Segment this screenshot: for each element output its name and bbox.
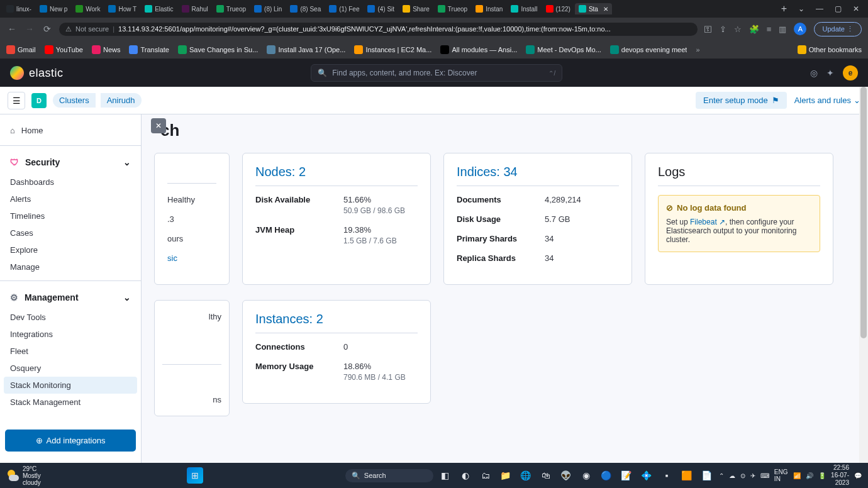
- start-button[interactable]: ⊞: [187, 467, 203, 484]
- key-icon[interactable]: ⚿: [704, 25, 712, 34]
- new-tab-button[interactable]: +: [777, 3, 791, 14]
- reload-icon[interactable]: ⟳: [42, 24, 53, 34]
- sidebar-item[interactable]: Timelines: [0, 208, 141, 225]
- close-flyout-button[interactable]: ✕: [151, 118, 166, 133]
- sidebar-item[interactable]: Stack Monitoring: [4, 377, 137, 394]
- sidebar-item[interactable]: Osquery: [0, 360, 141, 377]
- sidebar-item[interactable]: Integrations: [0, 326, 141, 343]
- elastic-search-input[interactable]: 🔍 Find apps, content, and more. Ex: Disc…: [311, 64, 562, 82]
- bookmark-item[interactable]: Gmail: [6, 45, 36, 54]
- store-icon[interactable]: 🛍: [538, 467, 554, 484]
- close-window-icon[interactable]: ✕: [853, 4, 859, 13]
- bookmark-item[interactable]: News: [92, 45, 121, 54]
- sidebar-item[interactable]: Manage: [0, 258, 141, 275]
- breadcrumb-clusters[interactable]: Clusters: [53, 93, 96, 108]
- volume-icon[interactable]: 🔊: [806, 472, 813, 479]
- sidebar-item[interactable]: Dashboards: [0, 174, 141, 191]
- browser-tab[interactable]: (8) Lin: [250, 3, 286, 14]
- alerts-dropdown[interactable]: Alerts and rules ⌄: [794, 96, 860, 105]
- maximize-icon[interactable]: ▢: [835, 4, 842, 13]
- battery-icon[interactable]: 🔋: [818, 472, 826, 479]
- browser-tab[interactable]: Share: [399, 3, 433, 14]
- menu-toggle[interactable]: ☰: [8, 92, 25, 109]
- explorer-icon[interactable]: 🗂: [477, 467, 494, 484]
- enter-setup-button[interactable]: Enter setup mode ⚑: [696, 92, 787, 109]
- send-icon[interactable]: ✈: [750, 472, 755, 479]
- clock[interactable]: 22:56 16-07-2023: [831, 464, 849, 487]
- sidebar-item[interactable]: Fleet: [0, 343, 141, 360]
- other-bookmarks[interactable]: Other bookmarks: [798, 45, 862, 54]
- bookmark-overflow[interactable]: »: [696, 46, 699, 53]
- tray-chevron-icon[interactable]: ⌃: [719, 472, 724, 479]
- taskview-icon[interactable]: ◧: [437, 467, 453, 484]
- back-icon[interactable]: ←: [6, 24, 18, 34]
- star-icon[interactable]: ☆: [734, 25, 742, 34]
- keyboard-icon[interactable]: ⌨: [760, 472, 769, 479]
- dell-icon[interactable]: ◉: [578, 467, 594, 484]
- bookmark-item[interactable]: YouTube: [45, 45, 83, 54]
- browser-tab[interactable]: Trueop: [434, 3, 471, 14]
- control-icon[interactable]: ⊙: [740, 472, 745, 479]
- add-integrations-button[interactable]: ⊕ Add integrations: [5, 430, 136, 452]
- taskbar-search[interactable]: 🔍 Search: [345, 469, 433, 482]
- browser-tab[interactable]: Work: [72, 3, 104, 14]
- reddit-icon[interactable]: 👽: [558, 467, 574, 484]
- update-button[interactable]: Update ⋮: [814, 22, 862, 36]
- sidebar-item[interactable]: Explore: [0, 241, 141, 258]
- sidebar-home[interactable]: ⌂ Home: [0, 121, 141, 140]
- wifi-icon[interactable]: 📶: [793, 472, 801, 479]
- support-icon[interactable]: ◎: [810, 68, 818, 78]
- indices-link[interactable]: Indices: 34: [457, 165, 619, 186]
- bookmark-item[interactable]: Install Java 17 (Ope...: [267, 45, 345, 54]
- extensions-icon[interactable]: 🧩: [749, 25, 759, 34]
- user-avatar[interactable]: e: [843, 65, 858, 80]
- browser-tab[interactable]: (122): [542, 3, 574, 14]
- browser-tab[interactable]: How T: [104, 3, 140, 14]
- bookmark-item[interactable]: All modules — Ansi...: [440, 45, 517, 54]
- word-icon[interactable]: 📄: [699, 467, 715, 484]
- bookmark-item[interactable]: devops evening meet: [610, 45, 687, 54]
- bookmark-item[interactable]: Translate: [129, 45, 169, 54]
- browser-tab[interactable]: Sta✕: [575, 3, 612, 14]
- instances-link[interactable]: Instances: 2: [255, 312, 418, 333]
- space-badge[interactable]: D: [31, 93, 47, 108]
- files-icon[interactable]: 📁: [498, 467, 514, 484]
- sidebar-item[interactable]: Alerts: [0, 191, 141, 208]
- notification-icon[interactable]: 💬: [854, 472, 862, 479]
- browser-tab[interactable]: Elastic: [141, 3, 177, 14]
- browser-tab[interactable]: Trueop: [213, 3, 250, 14]
- browser-tab[interactable]: Instan: [472, 3, 506, 14]
- browser-tab[interactable]: Install: [507, 3, 541, 14]
- license-link[interactable]: sic: [167, 248, 216, 268]
- terminal-icon[interactable]: ▪: [659, 467, 675, 484]
- language-indicator[interactable]: ENG IN: [774, 469, 788, 482]
- browser-tab[interactable]: (4) Sit: [364, 3, 398, 14]
- sidebar-item[interactable]: Cases: [0, 225, 141, 241]
- list-icon[interactable]: ≡: [767, 25, 772, 34]
- weather-widget[interactable]: 29°C Mostly cloudy: [6, 465, 57, 486]
- sidebar-security-section[interactable]: 🛡 Security ⌄: [0, 151, 141, 174]
- elastic-logo[interactable]: elastic: [10, 66, 64, 80]
- newsfeed-icon[interactable]: ✦: [826, 68, 834, 78]
- sidebar-item[interactable]: Dev Tools: [0, 309, 141, 326]
- scrollbar-thumb[interactable]: [860, 87, 867, 338]
- app-icon[interactable]: 🟧: [679, 467, 695, 484]
- profile-avatar[interactable]: A: [794, 23, 806, 35]
- chrome-icon[interactable]: 🔵: [598, 467, 615, 484]
- share-icon[interactable]: ⇪: [720, 25, 726, 34]
- address-bar[interactable]: ⚠ Not secure | 13.114.93.242:5601/app/mo…: [59, 23, 698, 36]
- chevron-down-icon[interactable]: ⌄: [798, 4, 804, 13]
- sidepanel-icon[interactable]: ▥: [779, 25, 786, 34]
- cloud-icon[interactable]: ☁: [729, 472, 735, 479]
- bookmark-item[interactable]: Meet - DevOps Mo...: [526, 45, 601, 54]
- notes-icon[interactable]: 📝: [618, 467, 635, 484]
- sidebar-item[interactable]: Stack Management: [0, 394, 141, 411]
- vscode-icon[interactable]: 💠: [638, 467, 655, 484]
- browser-tab[interactable]: New p: [36, 3, 71, 14]
- edge-icon[interactable]: 🌐: [518, 467, 534, 484]
- nodes-link[interactable]: Nodes: 2: [255, 165, 418, 186]
- bookmark-item[interactable]: Instances | EC2 Ma...: [354, 45, 431, 54]
- filebeat-link[interactable]: Filebeat ↗: [690, 218, 725, 226]
- forward-icon[interactable]: →: [24, 24, 35, 34]
- copilot-icon[interactable]: ◐: [457, 467, 474, 484]
